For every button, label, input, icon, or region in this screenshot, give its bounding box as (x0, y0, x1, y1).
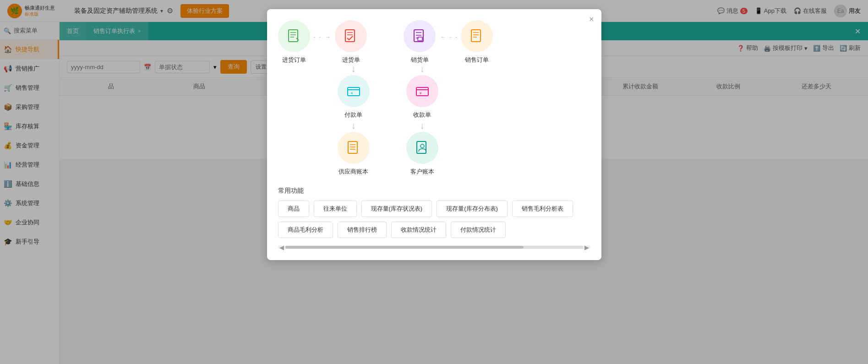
modal-close-btn[interactable]: × (589, 22, 594, 24)
flow-node-purchase-order[interactable]: 进货订单 (278, 22, 310, 64)
purchase-bill-label: 进货单 (342, 56, 360, 64)
purchase-bill-icon (343, 28, 359, 44)
content-inner: ❓ 帮助 🖨️ 按模板打印 ▾ ⬆️ 导出 � (60, 40, 868, 364)
down-arrow-receipt: ↓ (406, 121, 438, 130)
svg-rect-19 (416, 87, 428, 96)
down-arrow-sale: ↓ (406, 64, 438, 73)
modal: × (267, 22, 601, 260)
svg-rect-22 (348, 141, 357, 153)
payment-icon: ¥ (345, 83, 362, 99)
svg-rect-7 (414, 30, 423, 42)
down-arrow-payment: ↓ (338, 121, 370, 130)
sale-bill-label: 销货单 (411, 56, 429, 64)
common-funcs-title: 常用功能 (278, 187, 590, 195)
scrollbar-left-arrow[interactable]: ◀ (278, 244, 285, 251)
customer-account-label: 客户账本 (410, 168, 434, 176)
sale-bill-icon (411, 28, 428, 44)
content-area: 首页 销售订单执行表 × ✕ ❓ 帮助 (60, 22, 868, 364)
func-btn-8[interactable]: 付款情况统计 (451, 222, 506, 238)
receipt-label: 收款单 (413, 111, 431, 119)
flow-node-purchase-bill[interactable]: 进货单 (335, 22, 367, 64)
scrollbar-track[interactable] (285, 246, 583, 249)
payment-label: 付款单 (344, 111, 362, 119)
flow-node-sale-order[interactable]: 销售订单 (461, 22, 493, 64)
purchase-order-icon (286, 28, 302, 44)
func-btn-0[interactable]: 商品 (278, 201, 309, 217)
modal-overlay[interactable]: × (60, 22, 868, 364)
flow-arrow-1: - - → (314, 33, 332, 51)
flow-node-payment[interactable]: ¥ 付款单 (338, 75, 370, 119)
customer-account-circle (406, 132, 438, 164)
flow-node-receipt[interactable]: ¥ 收款单 (406, 75, 438, 119)
supplier-account-circle (338, 132, 370, 164)
func-btn-4[interactable]: 销售毛利分析表 (512, 201, 573, 217)
svg-rect-4 (345, 30, 355, 42)
app-wrapper: 🌿 畅康通好生意 标准版 装备及固定资产辅助管理系统 ▾ ⚙ 体验行业方案 💬 … (0, 0, 868, 364)
purchase-order-circle (278, 22, 310, 52)
svg-rect-12 (471, 30, 480, 42)
flow-node-customer-account[interactable]: 客户账本 (406, 132, 438, 176)
flow-diagram: 进货订单 - - → (278, 22, 590, 176)
supplier-account-label: 供应商账本 (338, 168, 368, 176)
payment-circle: ¥ (338, 75, 370, 107)
scrollbar-thumb (285, 246, 524, 249)
func-btn-2[interactable]: 现存量(库存状况表) (361, 201, 432, 217)
flow-row-3: 供应商账本 (278, 132, 590, 176)
sale-bill-circle (404, 22, 436, 52)
main-area: 🔍 搜索菜单 🏠 快捷导航 📢 营销推广 🛒 销售管理 📦 采购管理 🏪 (0, 22, 868, 364)
svg-rect-16 (348, 87, 360, 96)
svg-text:¥: ¥ (350, 91, 353, 95)
func-btn-6[interactable]: 销售排行榜 (338, 222, 387, 238)
flow-node-sale-bill[interactable]: 销货单 (404, 22, 436, 64)
sale-order-circle (461, 22, 493, 52)
svg-point-27 (420, 144, 424, 148)
flow-row-arrows2: ↓ ↓ (278, 121, 590, 130)
down-arrow-purchase: ↓ (338, 64, 370, 73)
modal-scrollbar[interactable]: ◀ ▶ (278, 245, 590, 249)
receipt-icon: ¥ (414, 83, 431, 99)
flow-row-1: 进货订单 - - → (278, 22, 590, 64)
func-buttons: 商品往来单位现存量(库存状况表)现存量(库存分布表)销售毛利分析表商品毛利分析销… (278, 201, 590, 238)
supplier-account-icon (345, 140, 362, 156)
svg-text:¥: ¥ (419, 91, 422, 95)
svg-rect-0 (289, 30, 298, 42)
flow-row-arrows: ↓ ↓ (278, 64, 590, 73)
func-btn-3[interactable]: 现存量(库存分布表) (437, 201, 508, 217)
purchase-bill-circle (335, 22, 367, 52)
flow-row-2: ¥ 付款单 (278, 75, 590, 119)
receipt-circle: ¥ (406, 75, 438, 107)
customer-account-icon (414, 140, 431, 156)
flow-arrow-2: - - → (439, 33, 457, 51)
func-btn-1[interactable]: 往来单位 (314, 201, 357, 217)
func-btn-7[interactable]: 收款情况统计 (391, 222, 446, 238)
svg-rect-11 (418, 37, 422, 41)
sale-order-icon (469, 28, 485, 44)
purchase-order-label: 进货订单 (282, 56, 306, 64)
common-funcs: 常用功能 商品往来单位现存量(库存状况表)现存量(库存分布表)销售毛利分析表商品… (278, 187, 590, 238)
flow-node-supplier-account[interactable]: 供应商账本 (338, 132, 370, 176)
sale-order-label: 销售订单 (465, 56, 489, 64)
func-btn-5[interactable]: 商品毛利分析 (278, 222, 333, 238)
scrollbar-right-arrow[interactable]: ▶ (583, 244, 590, 251)
